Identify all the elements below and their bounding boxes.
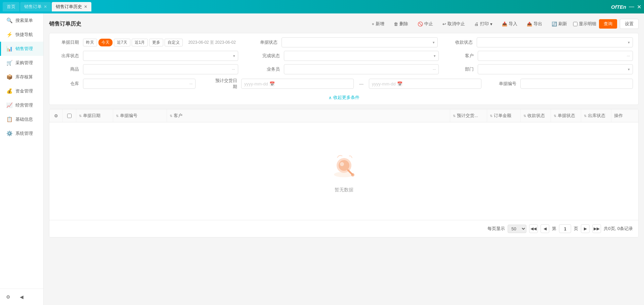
svg-point-2 — [339, 160, 349, 171]
gear-icon[interactable]: ⚙ — [54, 113, 58, 118]
filter-row-status: 出库状态 ▾ 完成状态 ▾ 客户 ··· — [55, 51, 633, 61]
prev-page-btn[interactable]: ◀ — [541, 224, 549, 233]
tab-sales-order[interactable]: 销售订单 ✕ — [20, 2, 51, 11]
delivery-date-end-placeholder: yyyy-mm-dd — [372, 81, 396, 86]
sidebar-collapse-btn[interactable]: ◀ — [16, 292, 27, 302]
page-size-select[interactable]: 50 10 20 100 — [508, 225, 526, 233]
th-customer[interactable]: ⇅ 客户 — [167, 109, 450, 122]
th-outbound[interactable]: ⇅ 出库状态 — [581, 109, 611, 122]
th-delivery-sort-icon: ⇅ — [453, 114, 456, 118]
sidebar-label-inventory: 库存核算 — [15, 74, 33, 80]
date-btn-group: 昨天 今天 近7天 近1月 更多 自定义 — [83, 39, 183, 46]
date-btn-yesterday[interactable]: 昨天 — [83, 39, 97, 46]
warehouse-label: 仓库 — [55, 81, 79, 87]
th-delivery[interactable]: ⇅ 预计交货... — [450, 109, 487, 122]
doc-no-input[interactable] — [520, 79, 633, 89]
status-select[interactable]: ▾ — [282, 37, 438, 47]
sidebar-item-operations[interactable]: 📈 经营管理 — [0, 98, 43, 112]
close-sales-order-history[interactable]: ✕ — [84, 4, 87, 9]
minimize-btn[interactable]: — — [629, 4, 634, 10]
close-btn[interactable]: ✕ — [637, 4, 641, 10]
delivery-date-start[interactable]: yyyy-mm-dd 📅 — [241, 79, 354, 89]
sidebar-item-sales-mgmt[interactable]: 📊 销售管理 — [0, 42, 43, 56]
date-label: 单据日期 — [55, 39, 79, 45]
page-label-pre: 第 — [552, 226, 556, 232]
display-detail-label[interactable]: 显示明细 — [573, 21, 596, 27]
next-page-btn[interactable]: ▶ — [581, 224, 590, 233]
last-page-btn[interactable]: ▶▶ — [592, 224, 601, 233]
refresh-button[interactable]: 🔄 刷新 — [548, 19, 570, 29]
set-button[interactable]: 设置 — [620, 19, 639, 29]
close-sales-order[interactable]: ✕ — [44, 4, 47, 9]
tab-sales-order-history[interactable]: 销售订单历史 ✕ — [52, 2, 91, 11]
date-btn-custom[interactable]: 自定义 — [165, 39, 183, 46]
page-size-label: 每页显示 — [487, 226, 505, 232]
first-page-btn[interactable]: ◀◀ — [529, 224, 538, 233]
sidebar-label-sys-mgmt: 系统管理 — [15, 130, 33, 137]
purchase-mgmt-icon: 🛒 — [6, 60, 13, 66]
receipt-status-select[interactable]: ▾ — [477, 37, 633, 47]
th-no[interactable]: ⇅ 单据编号 — [113, 109, 167, 122]
page-number-input[interactable] — [559, 224, 571, 233]
filter-panel: 单据日期 昨天 今天 近7天 近1月 更多 自定义 2023-06-02 至 2… — [49, 33, 639, 105]
table-container: ⚙ ⇅ 单据日期 ⇅ 单据编号 ⇅ 客户 ⇅ — [49, 109, 639, 237]
receipt-status-select-arrow: ▾ — [628, 40, 630, 45]
filter-row-warehouse: 仓库 ··· 预计交货日期 yyyy-mm-dd 📅 — yyyy-mm-dd … — [55, 78, 633, 90]
warehouse-select[interactable]: ··· — [83, 79, 196, 89]
sidebar-label-basic-info: 基础信息 — [15, 116, 33, 122]
sidebar-label-search-menu: 搜索菜单 — [15, 17, 33, 24]
query-button[interactable]: 查询 — [599, 19, 617, 29]
sidebar-label-sales-mgmt: 销售管理 — [15, 46, 33, 52]
salesperson-label: 业务员 — [256, 66, 280, 72]
sidebar-item-basic-info[interactable]: 📋 基础信息 — [0, 112, 43, 126]
salesperson-select[interactable]: ··· — [284, 64, 439, 74]
date-btn-today[interactable]: 今天 — [98, 39, 113, 46]
sales-mgmt-icon: 📊 — [6, 46, 13, 52]
tab-home[interactable]: 首页 — [3, 2, 19, 11]
th-date[interactable]: ⇅ 单据日期 — [76, 109, 113, 122]
new-button[interactable]: + 新增 — [368, 19, 388, 29]
sidebar-item-quick-nav[interactable]: ⚡ 快捷导航 — [0, 28, 43, 42]
out-status-select[interactable]: ▾ — [83, 51, 238, 61]
brand-text: OfTEn — [611, 4, 626, 10]
delivery-date-end[interactable]: yyyy-mm-dd 📅 — [369, 79, 481, 89]
dept-select[interactable]: ▾ — [478, 64, 633, 74]
select-all-checkbox[interactable] — [67, 114, 72, 118]
th-customer-sort-icon: ⇅ — [170, 114, 172, 118]
sidebar-item-search-menu[interactable]: 🔍 搜索菜单 — [0, 13, 43, 28]
stop-button[interactable]: 🚫 中止 — [414, 19, 436, 29]
basic-info-icon: 📋 — [6, 116, 13, 122]
date-btn-more[interactable]: 更多 — [149, 39, 163, 46]
print-icon: 🖨 — [474, 22, 479, 27]
import-button[interactable]: 📥 导入 — [499, 19, 521, 29]
calendar-icon-end: 📅 — [397, 81, 402, 86]
operations-icon: 📈 — [6, 102, 13, 108]
filter-row-goods: 商品 ··· 业务员 ··· 部门 ▾ — [55, 64, 633, 74]
collapse-row[interactable]: ∧ 收起更多条件 — [55, 93, 633, 101]
goods-select[interactable]: ··· — [83, 64, 238, 74]
customer-select[interactable]: ··· — [478, 51, 633, 61]
th-amount-sort-icon: ⇅ — [490, 114, 492, 118]
filter-row-date: 单据日期 昨天 今天 近7天 近1月 更多 自定义 2023-06-02 至 2… — [55, 37, 633, 47]
delete-button[interactable]: 🗑 删除 — [390, 19, 412, 29]
th-amount[interactable]: ⇅ 订单金额 — [487, 109, 521, 122]
calendar-icon-start: 📅 — [269, 81, 275, 86]
sidebar-item-finance[interactable]: 💰 资金管理 — [0, 84, 43, 98]
sidebar-item-purchase-mgmt[interactable]: 🛒 采购管理 — [0, 56, 43, 70]
complete-status-select[interactable]: ▾ — [284, 51, 439, 61]
sidebar-item-sys-mgmt[interactable]: ⚙️ 系统管理 — [0, 126, 43, 141]
th-status[interactable]: ⇅ 单据状态 — [551, 109, 581, 122]
collapse-up-icon: ∧ — [329, 95, 332, 100]
quick-nav-icon: ⚡ — [6, 32, 13, 38]
date-btn-7days[interactable]: 近7天 — [114, 39, 130, 46]
date-btn-1month[interactable]: 近1月 — [132, 39, 148, 46]
print-button[interactable]: 🖨 打印 ▾ — [471, 19, 496, 29]
cancel-stop-button[interactable]: ↩ 取消中止 — [439, 19, 468, 29]
sidebar-item-inventory[interactable]: 📦 库存核算 — [0, 70, 43, 84]
content-area: 销售订单历史 + 新增 🗑 删除 🚫 中止 ↩ 取消中止 — [44, 13, 644, 305]
export-button[interactable]: 📤 导出 — [523, 19, 546, 29]
sidebar-label-quick-nav: 快捷导航 — [15, 32, 33, 38]
sidebar-settings-btn[interactable]: ⚙ — [3, 292, 13, 302]
th-receipt[interactable]: ⇅ 收款状态 — [521, 109, 551, 122]
display-detail-checkbox[interactable] — [573, 22, 577, 26]
